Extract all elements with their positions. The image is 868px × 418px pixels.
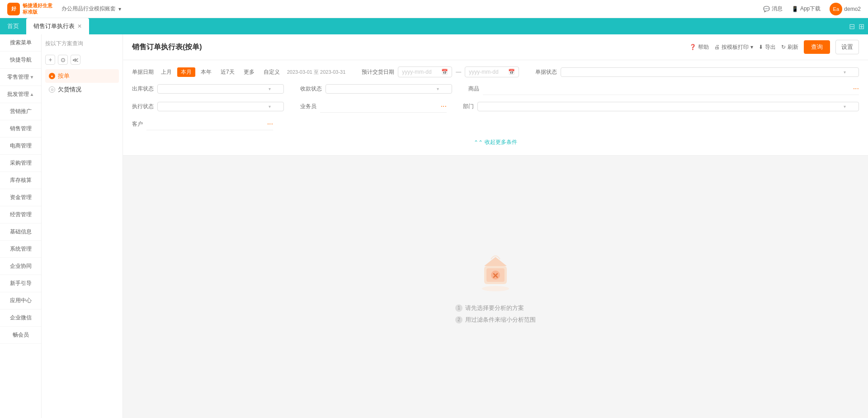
department-caret-icon: ▾	[844, 104, 846, 109]
tab-home[interactable]: 首页	[0, 18, 26, 34]
sidebar-item-member[interactable]: 畅会员	[0, 327, 41, 344]
goods-more-icon[interactable]: ···	[853, 85, 859, 93]
goods-label: 商品	[468, 85, 479, 93]
add-scheme-button[interactable]: ＋	[45, 55, 55, 65]
svg-point-0	[482, 286, 509, 291]
sidebar-item-system[interactable]: 系统管理	[0, 241, 41, 258]
logo-area: 好 畅捷通好生意 标准版	[7, 3, 52, 15]
date-label: 单据日期	[132, 68, 154, 76]
sidebar-item-shortcuts[interactable]: 快捷导航	[0, 52, 41, 69]
export-button[interactable]: ⬇ 导出	[759, 43, 776, 51]
customer-label: 客户	[132, 120, 143, 128]
date-tab-this-year[interactable]: 本年	[197, 67, 215, 77]
date-tab-last-month[interactable]: 上月	[157, 67, 175, 77]
empty-tip-2: 2 用过滤条件来缩小分析范围	[455, 316, 536, 324]
help-button[interactable]: ❓ 帮助	[689, 43, 709, 51]
filter-status-group: 单据状态 ▾	[535, 67, 859, 77]
sidebar-item-marketing[interactable]: 营销推广	[0, 103, 41, 120]
tab-bar: 首页 销售订单执行表 ✕ ⊟ ⊞	[0, 18, 868, 34]
panel-menu-item-backorder[interactable]: ⊙ 欠货情况	[45, 83, 119, 96]
panel-actions: ＋ ⊙ ≪	[45, 55, 119, 65]
dot-backorder: ⊙	[49, 86, 55, 93]
sidebar-item-purchase[interactable]: 采购管理	[0, 155, 41, 172]
page-title: 销售订单执行表(按单)	[132, 43, 202, 52]
tab-maximize-icon[interactable]: ⊞	[859, 22, 864, 31]
sidebar-item-search[interactable]: 搜索菜单	[0, 34, 41, 52]
tab-sales-order[interactable]: 销售订单执行表 ✕	[26, 18, 89, 34]
print-button[interactable]: 🖨 按模板打印 ▾	[714, 43, 753, 51]
expected-date-start[interactable]: yyyy-mm-dd 📅	[398, 66, 452, 77]
print-dropdown-icon[interactable]: ▾	[750, 44, 753, 50]
query-button[interactable]: 查询	[804, 40, 830, 54]
payment-select[interactable]: ▾	[326, 84, 452, 94]
date-tab-custom[interactable]: 自定义	[260, 67, 283, 77]
date-separator: —	[456, 69, 461, 75]
sidebar: 搜索菜单 快捷导航 零售管理 ▼ 批发管理 ▲ 营销推广 销售管理 电商管理 采…	[0, 34, 42, 418]
collapse-panel-button[interactable]: ≪	[71, 55, 80, 65]
tab-minimize-icon[interactable]: ⊟	[849, 22, 855, 31]
sidebar-item-sales[interactable]: 销售管理	[0, 120, 41, 138]
filter-row-1: 单据日期 上月 本月 本年 近7天 更多 自定义 2023-03-01 至 20…	[132, 66, 859, 77]
empty-tips: 1 请先选择要分析的方案 2 用过滤条件来缩小分析范围	[455, 304, 536, 324]
page-header: 销售订单执行表(按单) ❓ 帮助 🖨 按模板打印 ▾ ⬇ 导出 ↻ 刷新	[123, 34, 868, 60]
header-right: 💬 消息 📱 App下载 Ea demo2	[763, 3, 861, 15]
filter-date-group: 单据日期 上月 本月 本年 近7天 更多 自定义 2023-03-01 至 20…	[132, 67, 345, 77]
dot-order: ●	[49, 73, 55, 79]
filter-customer-group: 客户 ···	[132, 118, 273, 130]
customer-more-icon[interactable]: ···	[267, 120, 273, 128]
sidebar-item-wechat[interactable]: 企业微信	[0, 309, 41, 327]
execution-select[interactable]: ▾	[157, 102, 284, 111]
salesman-more-icon[interactable]: ···	[441, 102, 447, 110]
date-tab-this-month[interactable]: 本月	[177, 67, 195, 77]
sidebar-item-inventory[interactable]: 库存核算	[0, 172, 41, 189]
sidebar-item-newuser[interactable]: 新手引导	[0, 275, 41, 292]
date-tab-more[interactable]: 更多	[240, 67, 258, 77]
tab-close-icon[interactable]: ✕	[77, 23, 82, 29]
content-area: 销售订单执行表(按单) ❓ 帮助 🖨 按模板打印 ▾ ⬇ 导出 ↻ 刷新	[123, 34, 868, 418]
refresh-button[interactable]: ↻ 刷新	[781, 43, 798, 51]
left-panel-title: 按以下方案查询	[45, 40, 83, 48]
user-area[interactable]: Ea demo2	[830, 3, 861, 15]
message-button[interactable]: 💬 消息	[763, 5, 783, 13]
execution-label: 执行状态	[132, 103, 154, 110]
breadcrumb-dropdown-icon[interactable]: ▾	[118, 6, 121, 12]
filter-goods-group: 商品 ···	[468, 83, 859, 95]
filter-expected-date-group: 预计交货日期 yyyy-mm-dd 📅 — yyyy-mm-dd 📅	[362, 66, 519, 77]
department-select[interactable]: ▾	[477, 102, 859, 111]
salesman-label: 业务员	[300, 103, 316, 110]
shipment-caret-icon: ▾	[269, 86, 271, 91]
sidebar-item-apps[interactable]: 应用中心	[0, 292, 41, 309]
payment-label: 收款状态	[300, 85, 322, 93]
date-tab-7days[interactable]: 近7天	[217, 67, 238, 77]
sidebar-item-base-info[interactable]: 基础信息	[0, 223, 41, 241]
department-label: 部门	[463, 103, 474, 110]
collapse-chevron-icon: ⌃⌃	[474, 139, 483, 146]
filter-row-4: 客户 ···	[132, 118, 859, 130]
export-icon: ⬇	[759, 44, 763, 50]
sidebar-item-wholesale[interactable]: 批发管理 ▲	[0, 86, 41, 103]
logo-text: 畅捷通好生意 标准版	[23, 3, 52, 14]
shipment-label: 出库状态	[132, 85, 154, 93]
calendar-end-icon: 📅	[508, 69, 515, 75]
sidebar-item-operations[interactable]: 经营管理	[0, 206, 41, 223]
shipment-select[interactable]: ▾	[157, 84, 284, 94]
sidebar-item-ecommerce[interactable]: 电商管理	[0, 138, 41, 155]
status-label: 单据状态	[535, 68, 557, 76]
sidebar-item-enterprise[interactable]: 企业协同	[0, 258, 41, 275]
app-icon: 📱	[792, 6, 798, 12]
collapse-button[interactable]: ⌃⌃ 收起更多条件	[132, 136, 859, 149]
sidebar-item-finance[interactable]: 资金管理	[0, 189, 41, 206]
page-actions: ❓ 帮助 🖨 按模板打印 ▾ ⬇ 导出 ↻ 刷新 查询 设置	[689, 40, 859, 54]
empty-tip-1: 1 请先选择要分析的方案	[455, 304, 536, 312]
status-select[interactable]: ▾	[561, 67, 859, 77]
settings-button[interactable]: 设置	[835, 40, 859, 54]
filter-salesman-group: 业务员 ···	[300, 100, 447, 113]
header-left: 好 畅捷通好生意 标准版 办公用品行业模拟账套 ▾	[7, 3, 121, 15]
panel-menu-item-order[interactable]: ● 按单	[45, 69, 119, 83]
expected-date-end[interactable]: yyyy-mm-dd 📅	[465, 66, 519, 77]
payment-caret-icon: ▾	[437, 86, 439, 91]
filter-department-group: 部门 ▾	[463, 102, 859, 111]
sidebar-item-retail[interactable]: 零售管理 ▼	[0, 69, 41, 86]
edit-scheme-button[interactable]: ⊙	[58, 55, 68, 65]
app-download-button[interactable]: 📱 App下载	[792, 5, 821, 13]
